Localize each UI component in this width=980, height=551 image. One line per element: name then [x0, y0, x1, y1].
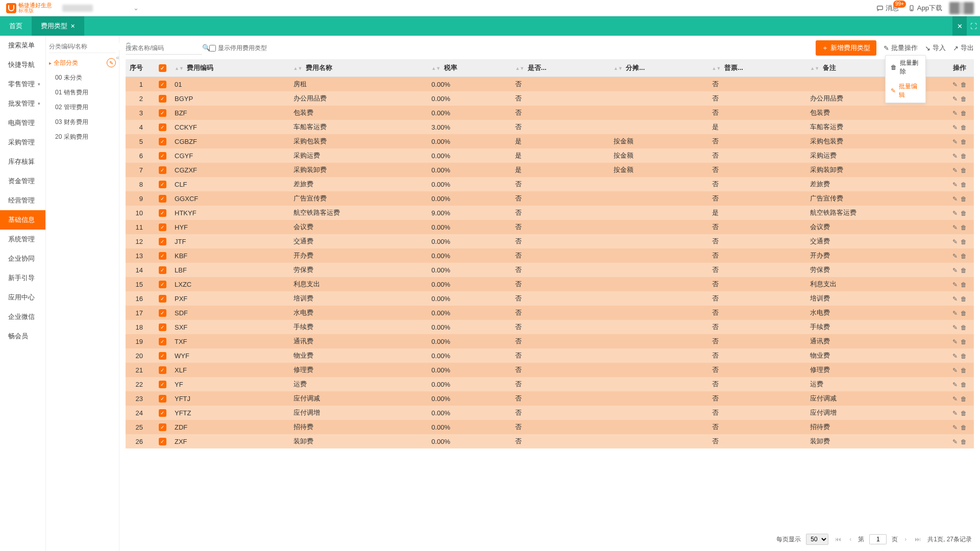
delete-row-icon[interactable]: 🗑 — [961, 424, 967, 431]
sidebar-item-2[interactable]: 零售管理▾ — [0, 74, 45, 94]
delete-row-icon[interactable]: 🗑 — [961, 281, 967, 288]
delete-row-icon[interactable]: 🗑 — [961, 338, 967, 345]
category-search-input[interactable] — [49, 43, 126, 50]
sidebar-item-12[interactable]: 新手引导 — [0, 268, 45, 288]
edit-row-icon[interactable]: ✎ — [952, 324, 958, 331]
sidebar-item-14[interactable]: 企业微信 — [0, 307, 45, 327]
row-checkbox[interactable]: ✓ — [159, 209, 166, 217]
row-checkbox[interactable]: ✓ — [159, 309, 166, 317]
messages-link[interactable]: 消息 99+ — [876, 4, 899, 13]
row-checkbox[interactable]: ✓ — [159, 409, 166, 417]
tab-expense-type[interactable]: 费用类型 ✕ — [32, 16, 84, 36]
edit-row-icon[interactable]: ✎ — [952, 124, 958, 131]
edit-row-icon[interactable]: ✎ — [952, 81, 958, 88]
col-5[interactable]: ▲▼ 是否... — [512, 59, 610, 77]
table-row[interactable]: 22✓YF运费0.00%否否运费✎🗑 — [126, 377, 974, 391]
col-7[interactable]: ▲▼ 普票... — [709, 59, 807, 77]
sidebar-item-13[interactable]: 应用中心 — [0, 288, 45, 307]
row-checkbox[interactable]: ✓ — [159, 109, 166, 117]
table-row[interactable]: 23✓YFTJ应付调减0.00%否否应付调减✎🗑 — [126, 391, 974, 406]
delete-row-icon[interactable]: 🗑 — [961, 138, 967, 145]
sidebar-item-3[interactable]: 批发管理▾ — [0, 94, 45, 113]
row-checkbox[interactable]: ✓ — [159, 123, 166, 131]
edit-row-icon[interactable]: ✎ — [952, 424, 958, 431]
row-checkbox[interactable]: ✓ — [159, 166, 166, 174]
delete-row-icon[interactable]: 🗑 — [961, 153, 967, 160]
table-row[interactable]: 18✓SXF手续费0.00%否否手续费✎🗑 — [126, 320, 974, 334]
sort-icon[interactable]: ▲▼ — [515, 67, 524, 70]
delete-row-icon[interactable]: 🗑 — [961, 367, 967, 374]
edit-row-icon[interactable]: ✎ — [952, 310, 958, 317]
table-row[interactable]: 4✓CCKYF车船客运费3.00%否是车船客运费✎🗑 — [126, 120, 974, 134]
table-row[interactable]: 16✓PXF培训费0.00%否否培训费✎🗑 — [126, 291, 974, 306]
row-checkbox[interactable]: ✓ — [159, 295, 166, 303]
delete-row-icon[interactable]: 🗑 — [961, 353, 967, 360]
tree-node-2[interactable]: 02 管理费用 — [49, 100, 116, 115]
edit-row-icon[interactable]: ✎ — [952, 210, 958, 217]
sidebar-item-10[interactable]: 系统管理 — [0, 230, 45, 249]
table-row[interactable]: 21✓XLF修理费0.00%否否修理费✎🗑 — [126, 363, 974, 377]
table-row[interactable]: 24✓YFTZ应付调增0.00%否否应付调增✎🗑 — [126, 406, 974, 420]
edit-row-icon[interactable]: ✎ — [952, 267, 958, 274]
row-checkbox[interactable]: ✓ — [159, 366, 166, 374]
row-checkbox[interactable]: ✓ — [159, 323, 166, 331]
app-download-link[interactable]: App下载 — [908, 4, 942, 13]
delete-row-icon[interactable]: 🗑 — [961, 395, 967, 403]
edit-row-icon[interactable]: ✎ — [952, 167, 958, 174]
row-checkbox[interactable]: ✓ — [159, 266, 166, 274]
sort-icon[interactable]: ▲▼ — [810, 67, 819, 70]
col-1[interactable]: ✓ — [153, 59, 172, 77]
table-row[interactable]: 10✓HTKYF航空铁路客运费9.00%否是航空铁路客运费✎🗑 — [126, 206, 974, 220]
delete-row-icon[interactable]: 🗑 — [961, 295, 967, 303]
show-disabled-checkbox[interactable]: 显示停用费用类型 — [209, 44, 267, 53]
delete-row-icon[interactable]: 🗑 — [961, 181, 967, 188]
sidebar-item-0[interactable]: 搜索菜单 — [0, 36, 45, 55]
col-0[interactable]: 序号 — [126, 59, 153, 77]
table-row[interactable]: 7✓CGZXF采购装卸费0.00%是按金额否采购装卸费✎🗑 — [126, 163, 974, 177]
table-row[interactable]: 17✓SDF水电费0.00%否否水电费✎🗑 — [126, 306, 974, 320]
org-switcher[interactable]: ⌄ — [62, 3, 139, 14]
row-checkbox[interactable]: ✓ — [159, 223, 166, 231]
close-icon[interactable]: ✕ — [70, 23, 75, 30]
tree-node-1[interactable]: 01 销售费用 — [49, 85, 116, 100]
batch-button[interactable]: ✎批量操作 — [884, 43, 918, 53]
per-page-select[interactable]: 50 — [806, 534, 828, 545]
delete-row-icon[interactable]: 🗑 — [961, 210, 967, 217]
delete-row-icon[interactable]: 🗑 — [961, 438, 967, 445]
edit-row-icon[interactable]: ✎ — [952, 367, 958, 374]
table-row[interactable]: 1✓01房租0.00%否否✎🗑 — [126, 77, 974, 92]
sidebar-item-15[interactable]: 畅会员 — [0, 327, 45, 346]
edit-row-icon[interactable]: ✎ — [952, 110, 958, 117]
edit-row-icon[interactable]: ✎ — [952, 95, 958, 103]
tab-home[interactable]: 首页 — [0, 16, 32, 36]
edit-row-icon[interactable]: ✎ — [952, 438, 958, 445]
row-checkbox[interactable]: ✓ — [159, 95, 166, 103]
delete-row-icon[interactable]: 🗑 — [961, 253, 967, 260]
sort-icon[interactable]: ▲▼ — [712, 67, 721, 70]
import-button[interactable]: ↘导入 — [925, 43, 946, 53]
row-checkbox[interactable]: ✓ — [159, 338, 166, 345]
table-row[interactable]: 26✓ZXF装卸费0.00%否否装卸费✎🗑 — [126, 434, 974, 448]
edit-row-icon[interactable]: ✎ — [952, 338, 958, 345]
sidebar-item-1[interactable]: 快捷导航 — [0, 55, 45, 74]
col-2[interactable]: ▲▼ 费用编码 — [172, 59, 290, 77]
next-page-button[interactable]: › — [903, 536, 908, 543]
row-checkbox[interactable]: ✓ — [159, 138, 166, 145]
delete-row-icon[interactable]: 🗑 — [961, 95, 967, 103]
tree-node-4[interactable]: 20 采购费用 — [49, 130, 116, 144]
table-row[interactable]: 2✓BGYP办公用品费0.00%否否办公用品费✎🗑 — [126, 91, 974, 106]
row-checkbox[interactable]: ✓ — [159, 381, 166, 388]
edit-row-icon[interactable]: ✎ — [952, 353, 958, 360]
edit-category-icon[interactable]: ✎ — [107, 58, 116, 67]
sidebar-item-5[interactable]: 采购管理 — [0, 133, 45, 152]
export-button[interactable]: ↗导出 — [953, 43, 974, 53]
row-checkbox[interactable]: ✓ — [159, 438, 166, 445]
edit-row-icon[interactable]: ✎ — [952, 224, 958, 231]
delete-row-icon[interactable]: 🗑 — [961, 310, 967, 317]
prev-page-button[interactable]: ‹ — [848, 536, 853, 543]
tree-node-0[interactable]: 00 未分类 — [49, 70, 116, 85]
edit-row-icon[interactable]: ✎ — [952, 153, 958, 160]
table-row[interactable]: 6✓CGYF采购运费0.00%是按金额否采购运费✎🗑 — [126, 148, 974, 163]
add-button[interactable]: ＋新增费用类型 — [816, 40, 876, 56]
delete-row-icon[interactable]: 🗑 — [961, 238, 967, 245]
